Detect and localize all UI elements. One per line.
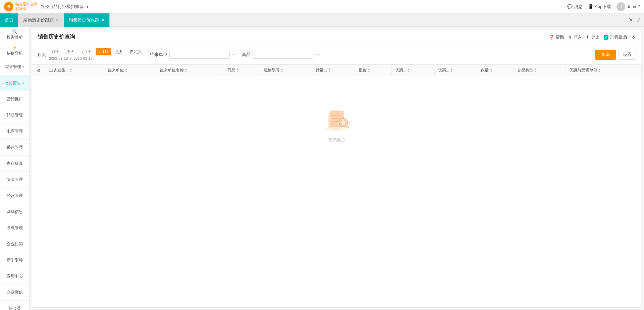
- sidebar-item-finance[interactable]: 资金管理: [0, 172, 29, 188]
- product-select-button[interactable]: ···: [315, 52, 319, 58]
- app-download-button[interactable]: 📱 App下载: [588, 4, 611, 10]
- sidebar-item-retail[interactable]: 零售管理 ▾: [0, 59, 29, 75]
- partner-select-button[interactable]: ···: [232, 52, 236, 58]
- sidebar-item-system[interactable]: 系统管理: [0, 220, 29, 236]
- close-all-tabs-button[interactable]: ✕: [629, 17, 633, 23]
- logo-icon: 6: [4, 2, 13, 11]
- sort-product: ▲▼: [236, 68, 239, 73]
- sidebar-item-app-center[interactable]: 应用中心: [0, 268, 29, 285]
- col-spec[interactable]: 规格型号 ▲▼: [260, 65, 312, 76]
- col-discount1[interactable]: 优惠... ▲▼: [391, 65, 434, 76]
- column-settings-icon[interactable]: ⚙: [37, 68, 41, 73]
- export-button[interactable]: ⬇ 导出: [586, 34, 600, 40]
- sort-biz-date: ▲▼: [70, 68, 72, 73]
- product-input[interactable]: [253, 51, 313, 59]
- empty-text: 暂无数据: [328, 137, 345, 143]
- sidebar: 🔍 搜索菜单 ⚡ 快捷导航 零售管理 ▾ 批发管理 ▲ 营销推广 销售管理 电商…: [0, 27, 30, 310]
- topbar-dropdown-icon[interactable]: ▾: [87, 4, 89, 9]
- date-btn-yesterday[interactable]: 昨天: [49, 48, 62, 55]
- date-btn-1month[interactable]: 近1月: [96, 48, 111, 55]
- col-tx-type[interactable]: 交易类型 ▲▼: [514, 65, 566, 76]
- date-btn-more[interactable]: 更多: [112, 48, 126, 55]
- table-header-row: ⚙ 业务发生... ▲▼ 往来单位 ▲▼: [32, 65, 641, 76]
- date-filter-group: 日期 昨天 今天 近7天 近1月 更多 自定义 2023-02-18 至 202…: [38, 48, 145, 61]
- col-unit[interactable]: 计量... ▲▼: [312, 65, 355, 76]
- empty-icon: [322, 103, 352, 133]
- sidebar-item-basic-info[interactable]: 基础信息: [0, 204, 29, 220]
- sidebar-item-operations[interactable]: 经营管理: [0, 188, 29, 204]
- filter-bar: 日期 昨天 今天 近7天 近1月 更多 自定义 2023-02-18 至 202…: [32, 45, 641, 65]
- empty-state: 暂无数据: [32, 76, 641, 170]
- sidebar-item-enterprise[interactable]: 企业协同: [0, 236, 29, 252]
- sort-qty: ▲▼: [490, 68, 492, 73]
- date-btn-7days[interactable]: 近7天: [78, 48, 94, 55]
- help-button[interactable]: ❓ 帮助: [549, 34, 564, 40]
- checkbox-checked-icon: [604, 35, 608, 40]
- col-product[interactable]: 商品 ▲▼: [224, 65, 260, 76]
- tab-purchase-history-close[interactable]: ✕: [56, 18, 59, 22]
- sort-tx-type: ▲▼: [534, 68, 537, 73]
- sidebar-item-newbie[interactable]: 新手引导: [0, 252, 29, 268]
- tab-sales-history[interactable]: 销售历史价跟踪 ✕: [64, 13, 110, 27]
- partner-input[interactable]: [169, 51, 230, 59]
- content-area: 销售历史价查询 ❓ 帮助 ⬆ 导入 ⬇ 导出 只看最后一次: [32, 30, 641, 307]
- col-settings[interactable]: ⚙: [32, 65, 46, 76]
- sidebar-item-wechat[interactable]: 企业微信: [0, 285, 29, 301]
- col-price[interactable]: 报价 ▲▼: [355, 65, 391, 76]
- wholesale-expand-icon: ▲: [22, 81, 25, 85]
- tabbar-actions: ✕ ⤢: [629, 17, 644, 23]
- date-btn-custom[interactable]: 自定义: [127, 48, 145, 55]
- sidebar-item-sales-mgmt[interactable]: 销售管理: [0, 107, 29, 123]
- col-biz-date[interactable]: 业务发生... ▲▼: [46, 65, 104, 76]
- maximize-button[interactable]: ⤢: [636, 17, 641, 23]
- date-range: 2023-02-18 至 2023-03-18: [49, 56, 145, 61]
- user-menu[interactable]: D demo2: [616, 2, 640, 11]
- col-discount2[interactable]: 优惠... ▲▼: [434, 65, 477, 76]
- quick-nav-icon: ⚡: [12, 45, 17, 50]
- sort-price: ▲▼: [368, 68, 370, 73]
- sort-discount1: ▲▼: [408, 68, 410, 73]
- main-layout: 🔍 搜索菜单 ⚡ 快捷导航 零售管理 ▾ 批发管理 ▲ 营销推广 销售管理 电商…: [0, 27, 644, 310]
- col-partner-code[interactable]: 往来单位 ▲▼: [104, 65, 156, 76]
- settings-button[interactable]: 设置: [619, 50, 636, 60]
- product-label: 商品: [242, 52, 251, 58]
- sidebar-item-inventory[interactable]: 库存核算: [0, 156, 29, 172]
- date-btn-today[interactable]: 今天: [64, 48, 77, 55]
- sidebar-item-member[interactable]: 畅会员: [0, 301, 29, 310]
- col-partner-name[interactable]: 往来单位名称 ▲▼: [156, 65, 224, 76]
- topbar-left: 6 畅捷通好生意 标准版 办公用品行业模拟账套 ▾: [4, 2, 89, 11]
- sidebar-item-wholesale[interactable]: 批发管理 ▲: [0, 75, 29, 91]
- topbar-title: 办公用品行业模拟账套: [40, 4, 84, 10]
- logo-area: 6 畅捷通好生意 标准版: [4, 2, 38, 11]
- sort-spec: ▲▼: [281, 68, 283, 73]
- sidebar-item-search[interactable]: 🔍 搜索菜单: [0, 27, 29, 43]
- sidebar-item-marketing[interactable]: 营销推广: [0, 91, 29, 107]
- partner-filter-group: 往来单位 ···: [150, 51, 236, 59]
- topbar: 6 畅捷通好生意 标准版 办公用品行业模拟账套 ▾ 💬 消息 📱 App下载 D…: [0, 0, 644, 13]
- phone-icon: 📱: [588, 4, 593, 9]
- tab-purchase-history[interactable]: 采购历史价跟踪 ✕: [18, 13, 64, 27]
- avatar: D: [616, 2, 625, 11]
- product-filter-group: 商品 ···: [242, 51, 319, 59]
- page-title: 销售历史价查询: [38, 34, 75, 41]
- col-qty[interactable]: 数量 ▲▼: [477, 65, 514, 76]
- import-button[interactable]: ⬆ 导入: [568, 34, 582, 40]
- message-button[interactable]: 💬 消息: [567, 4, 583, 10]
- query-button[interactable]: 查询: [595, 50, 616, 60]
- date-label: 日期: [38, 52, 46, 58]
- import-icon: ⬆: [568, 35, 572, 40]
- sort-discount2: ▲▼: [450, 68, 453, 73]
- logo-text: 畅捷通好生意 标准版: [15, 2, 38, 11]
- sort-pretax-price: ▲▼: [598, 68, 601, 73]
- tab-home[interactable]: 首页: [0, 13, 18, 27]
- only-last-checkbox[interactable]: 只看最后一次: [604, 34, 636, 40]
- sidebar-item-purchase[interactable]: 采购管理: [0, 140, 29, 156]
- col-pretax-price[interactable]: 优惠前无税单价 ▲▼: [566, 65, 641, 76]
- filter-actions: 查询 设置: [595, 50, 636, 60]
- topbar-right: 💬 消息 📱 App下载 D demo2: [567, 2, 640, 11]
- message-icon: 💬: [567, 4, 573, 9]
- sidebar-item-quick-nav[interactable]: ⚡ 快捷导航: [0, 43, 29, 59]
- data-table: ⚙ 业务发生... ▲▼ 往来单位 ▲▼: [32, 65, 641, 76]
- sidebar-item-ecommerce[interactable]: 电商管理: [0, 123, 29, 140]
- tab-sales-history-close[interactable]: ✕: [101, 18, 105, 22]
